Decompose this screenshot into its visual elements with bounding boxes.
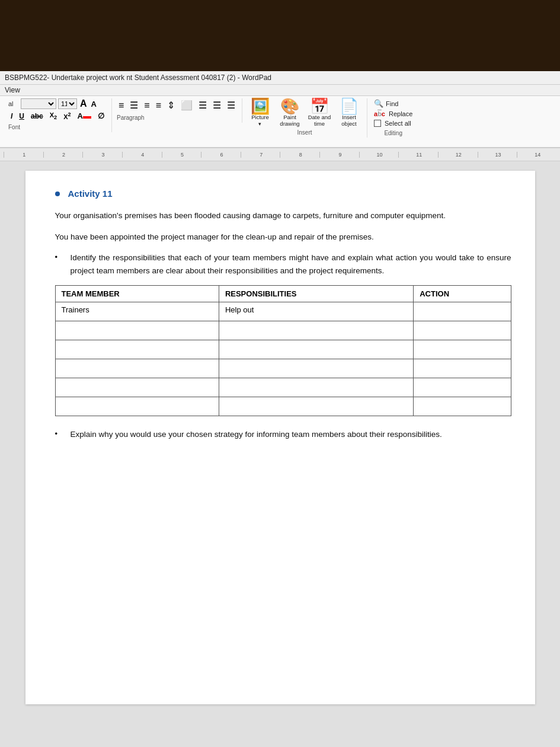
- ruler-mark-4: 4: [122, 152, 162, 158]
- indent-button[interactable]: ⬜: [179, 98, 194, 112]
- ruler-mark-14: 14: [517, 152, 556, 158]
- action-cell-1: [414, 302, 511, 321]
- col-header-responsibilities: RESPONSIBILITIES: [219, 286, 413, 302]
- ribbon-paragraph-section: ≡ ☰ ≡ ≡ ⇕ ⬜ ☰ ☰ ☰ Paragraph: [112, 98, 242, 123]
- align-left-button[interactable]: ≡: [117, 99, 126, 112]
- paragraph-1: Your organisation's premises has been fl…: [55, 209, 511, 222]
- paint-drawing-button[interactable]: 🎨 Paintdrawing: [277, 98, 303, 127]
- highlight-button[interactable]: ∅: [95, 110, 107, 122]
- activity-heading-text: Activity 11: [68, 189, 113, 199]
- insert-object-icon: 📄: [340, 98, 359, 114]
- insert-section-label: Insert: [297, 129, 312, 138]
- bottom-bullet-item: • Explain why you would use your chosen …: [55, 428, 511, 441]
- justify-button[interactable]: ≡: [154, 99, 163, 112]
- replace-button[interactable]: abc Replace: [372, 110, 414, 118]
- bullets-button[interactable]: ☰: [197, 98, 209, 112]
- ruler-mark-8: 8: [280, 152, 319, 158]
- font-size-select[interactable]: 11: [58, 98, 77, 109]
- grow-font-button[interactable]: A: [79, 98, 88, 109]
- ruler-mark-7: 7: [241, 152, 280, 158]
- document-area[interactable]: Activity 11 Your organisation's premises…: [0, 161, 560, 747]
- responsibilities-cell-3: [219, 340, 413, 359]
- ruler-mark-9: 9: [319, 152, 359, 158]
- date-time-button[interactable]: 📅 Date andtime: [306, 98, 332, 127]
- col-header-action: ACTION: [414, 286, 511, 302]
- paint-label: Paintdrawing: [280, 114, 299, 127]
- menu-bar[interactable]: View: [0, 85, 560, 96]
- paragraph-2: You have been appointed the project mana…: [55, 231, 511, 244]
- font-name-display: al: [8, 100, 19, 107]
- insert-icons: 🖼️ Picture ▾ 🎨 Paintdrawing 📅 Date andti…: [247, 98, 362, 127]
- replace-icon: abc: [374, 110, 385, 117]
- table-row: Trainers Help out: [55, 302, 511, 321]
- font-controls-top: al 11 A A: [8, 98, 107, 109]
- responsibilities-cell-6: [219, 397, 413, 416]
- editing-group: 🔍 Find abc Replace Select all: [372, 98, 414, 127]
- paint-icon: 🎨: [280, 98, 299, 114]
- align-right-button[interactable]: ≡: [142, 99, 151, 112]
- insert-object-button[interactable]: 📄 Insertobject: [336, 98, 362, 127]
- table-row: [55, 359, 511, 378]
- wordpad-window: BSBPMG522- Undertake project work nt Stu…: [0, 71, 560, 747]
- find-label: Find: [386, 100, 398, 107]
- ribbon-font-section: al 11 A A I U abc X2 X2 A: [4, 98, 112, 132]
- ruler-marks: 1 2 3 4 5 6 7 8 9 10 11 12 13 14: [4, 152, 556, 158]
- responsibilities-cell-4: [219, 359, 413, 378]
- ribbon: al 11 A A I U abc X2 X2 A: [0, 96, 560, 148]
- action-cell-4: [414, 359, 511, 378]
- find-icon: 🔍: [374, 99, 383, 108]
- underline-button[interactable]: U: [17, 111, 27, 122]
- font-section-label: Font: [8, 124, 20, 132]
- find-button[interactable]: 🔍 Find: [372, 98, 414, 108]
- subscript-button[interactable]: X2: [47, 110, 59, 122]
- font-name-select[interactable]: [21, 98, 56, 109]
- picture-button[interactable]: 🖼️ Picture ▾: [247, 98, 273, 127]
- ruler: 1 2 3 4 5 6 7 8 9 10 11 12 13 14: [0, 148, 560, 161]
- editing-section-label: Editing: [384, 130, 402, 138]
- ruler-mark-12: 12: [438, 152, 478, 158]
- table-row: [55, 321, 511, 340]
- font-color-button[interactable]: A: [75, 110, 94, 122]
- picture-icon: 🖼️: [251, 98, 270, 114]
- table-row: [55, 340, 511, 359]
- action-cell-6: [414, 397, 511, 416]
- ruler-mark-11: 11: [398, 152, 438, 158]
- strikethrough-button[interactable]: abc: [28, 111, 46, 122]
- ruler-mark-10: 10: [359, 152, 399, 158]
- document-page[interactable]: Activity 11 Your organisation's premises…: [25, 171, 535, 704]
- responsibilities-cell-5: [219, 378, 413, 397]
- team-member-cell-2: [55, 321, 219, 340]
- ruler-mark-13: 13: [478, 152, 517, 158]
- title-bar: BSBPMG522- Undertake project work nt Stu…: [0, 71, 560, 85]
- activity-bullet: [55, 191, 60, 196]
- ruler-mark-6: 6: [201, 152, 241, 158]
- bullet-text-1: Identify the responsibilities that each …: [71, 251, 511, 277]
- table-row: [55, 378, 511, 397]
- menu-view[interactable]: View: [5, 86, 20, 94]
- align-center-button[interactable]: ☰: [128, 98, 140, 112]
- action-cell-2: [414, 321, 511, 340]
- paragraph-section-label: Paragraph: [117, 114, 145, 123]
- ruler-mark-1: 1: [4, 152, 43, 158]
- numbering-button[interactable]: ☰: [211, 98, 223, 112]
- responsibilities-table: TEAM MEMBER RESPONSIBILITIES ACTION Trai…: [55, 285, 511, 416]
- italic-button[interactable]: I: [8, 111, 15, 122]
- superscript-button[interactable]: X2: [61, 110, 73, 122]
- team-member-cell-4: [55, 359, 219, 378]
- shrink-font-button[interactable]: A: [90, 100, 98, 108]
- select-all-button[interactable]: Select all: [372, 119, 414, 127]
- ruler-mark-3: 3: [82, 152, 122, 158]
- paragraph-icons: ≡ ☰ ≡ ≡ ⇕ ⬜ ☰ ☰ ☰: [117, 98, 237, 112]
- date-time-icon: 📅: [310, 98, 329, 114]
- responsibilities-cell-1: Help out: [219, 302, 413, 321]
- action-cell-5: [414, 378, 511, 397]
- activity-heading: Activity 11: [55, 189, 511, 199]
- team-member-cell-3: [55, 340, 219, 359]
- line-spacing-button[interactable]: ⇕: [165, 98, 177, 112]
- picture-label: Picture ▾: [251, 114, 269, 127]
- font-controls-bottom: I U abc X2 X2 A ∅: [8, 110, 107, 122]
- decrease-indent-button[interactable]: ☰: [225, 98, 237, 112]
- bullet-dot-1: •: [55, 253, 65, 277]
- team-member-cell-5: [55, 378, 219, 397]
- bullet-text-2: Explain why you would use your chosen st…: [71, 428, 442, 441]
